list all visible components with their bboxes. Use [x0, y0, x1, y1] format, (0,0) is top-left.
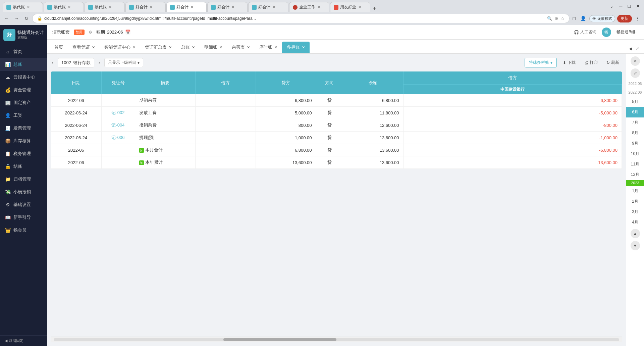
cal-2023-feb[interactable]: 2月	[626, 196, 644, 207]
cell-voucher[interactable]: 记-006	[101, 132, 135, 144]
update-button[interactable]: 更新	[617, 15, 632, 22]
tab-close-8[interactable]: ✕	[317, 5, 320, 9]
calendar-scroll-up-btn[interactable]: ▲	[631, 229, 640, 238]
forward-button[interactable]: →	[13, 15, 21, 22]
nav-tab-vsummary-close[interactable]: ✕	[169, 45, 172, 50]
nav-tab-smart-close[interactable]: ✕	[132, 45, 136, 50]
cal-2023-apr[interactable]: 4月	[626, 217, 644, 228]
sidebar-item-inventory[interactable]: 📦 库存核算	[0, 135, 47, 147]
reload-button[interactable]: ↻	[23, 15, 30, 22]
tab-list-button[interactable]: ⌄	[608, 3, 615, 9]
sidebar-item-payroll[interactable]: 👤 工资	[0, 109, 47, 122]
voucher-link[interactable]: 记-004	[111, 122, 124, 128]
tab-close-9[interactable]: ✕	[358, 5, 361, 9]
minimize-button[interactable]: ─	[618, 3, 624, 9]
nav-tab-voucher-summary[interactable]: 凭证汇总表 ✕	[140, 42, 176, 54]
browser-tab-7[interactable]: 好会计 ✕	[248, 2, 288, 12]
browser-tab-1[interactable]: 易代账 ✕	[3, 2, 43, 12]
cal-2023-mar[interactable]: 3月	[626, 207, 644, 217]
consult-button[interactable]: 🎧 人工咨询	[574, 29, 596, 35]
browser-tab-3[interactable]: 易代账 ✕	[85, 2, 125, 12]
sidebar-item-cloud-report[interactable]: ☁ 云报表中心	[0, 71, 47, 84]
filter-dropdown[interactable]: 只显示下级科目 ▾	[104, 58, 143, 67]
cal-month-jul[interactable]: 7月	[626, 117, 644, 128]
tab-close-6[interactable]: ✕	[231, 5, 234, 9]
browser-tab-9[interactable]: 用友好业 ✕	[330, 2, 370, 12]
maximize-button[interactable]: □	[627, 3, 632, 9]
cell-voucher[interactable]: 记-004	[101, 119, 135, 132]
nav-tab-journal[interactable]: 序时账 ✕	[255, 42, 282, 54]
browser-tab-2[interactable]: 易代账 ✕	[44, 2, 84, 12]
nav-tab-detail-ledger[interactable]: 明细账 ✕	[200, 42, 227, 54]
new-tab-button[interactable]: +	[371, 5, 378, 12]
sidebar-item-archive[interactable]: 📁 归档管理	[0, 173, 47, 186]
voucher-link[interactable]: 记-002	[111, 110, 124, 115]
sidebar-item-tax[interactable]: 📋 税务管理	[0, 147, 47, 160]
account-prev-btn[interactable]: ‹	[51, 60, 54, 65]
nav-tab-balance[interactable]: 余额表 ✕	[227, 42, 255, 54]
cal-month-oct[interactable]: 10月	[626, 149, 644, 159]
nav-tab-dl-close[interactable]: ✕	[219, 45, 222, 50]
account-next-btn[interactable]: ›	[98, 60, 101, 65]
nav-tab-general-ledger[interactable]: 总账 ✕	[176, 42, 200, 54]
nav-tab-mc-close[interactable]: ✕	[302, 45, 305, 50]
sidebar-item-fund[interactable]: 💰 资金管理	[0, 84, 47, 96]
tab-close-4[interactable]: ✕	[150, 5, 153, 9]
address-bar[interactable]: 🔒 cloud2.chanjet.com/accounting/uh26t264…	[32, 14, 570, 23]
download-btn[interactable]: ⬇ 下载	[560, 58, 578, 67]
tab-collapse-left-btn[interactable]: ◀	[627, 44, 634, 53]
tab-close-5[interactable]: ✕	[191, 5, 194, 9]
calendar-scroll-down-btn[interactable]: ▼	[631, 241, 640, 250]
browser-tab-6[interactable]: 好会计 ✕	[207, 2, 248, 12]
back-button[interactable]: ←	[3, 15, 11, 22]
sidebar-item-invoice[interactable]: 🧾 发票管理	[0, 122, 47, 135]
extensions-button[interactable]: □	[572, 15, 577, 22]
stealth-mode-btn[interactable]: 👁 无痕模式	[589, 15, 615, 22]
cal-2023-jan[interactable]: 1月	[626, 186, 644, 196]
browser-tab-4[interactable]: 好会计 ✕	[125, 2, 166, 12]
tab-close-1[interactable]: ✕	[27, 5, 30, 9]
nav-tab-smart-voucher[interactable]: 智能凭证中心 ✕	[100, 42, 140, 54]
nav-tab-voucher-close[interactable]: ✕	[92, 45, 95, 50]
cal-month-may[interactable]: 5月	[626, 97, 644, 107]
cal-year-2023[interactable]: 2023	[626, 180, 644, 186]
sidebar-item-settings[interactable]: ⚙ 基础设置	[0, 198, 47, 211]
calendar-expand-btn[interactable]: ⤢	[631, 68, 640, 78]
browser-tab-8[interactable]: 企业工作 ✕	[289, 2, 329, 12]
tab-close-2[interactable]: ✕	[68, 5, 71, 9]
nav-tab-gl-close[interactable]: ✕	[192, 45, 195, 50]
multi-col-btn[interactable]: 特殊多栏账 ▾	[525, 58, 557, 67]
tab-close-3[interactable]: ✕	[109, 5, 112, 9]
cal-month-nov[interactable]: 11月	[626, 159, 644, 169]
sidebar-item-close-account[interactable]: 🔒 结账	[0, 160, 47, 173]
calendar-close-btn[interactable]: ✕	[631, 56, 640, 66]
cell-voucher[interactable]: 记-002	[101, 107, 135, 119]
sidebar-item-guide[interactable]: 📖 新手引导	[0, 211, 47, 224]
cal-month-aug[interactable]: 8月	[626, 128, 644, 138]
sidebar-item-fixed-assets[interactable]: 🏢 固定资产	[0, 96, 47, 109]
settings-gear-icon[interactable]: ⚙	[89, 30, 92, 35]
horizontal-scrollbar[interactable]	[51, 337, 622, 342]
cal-month-jun[interactable]: 6月	[626, 107, 644, 117]
voucher-link[interactable]: 记-006	[111, 135, 124, 140]
cal-month-dec[interactable]: 12月	[626, 169, 644, 180]
profile-button[interactable]: 👤	[579, 15, 587, 22]
browser-tab-5[interactable]: 好会计 ✕	[166, 2, 207, 12]
cal-month-sep[interactable]: 9月	[626, 138, 644, 149]
nav-tab-voucher[interactable]: 查看凭证 ✕	[68, 42, 100, 54]
sidebar-item-home[interactable]: ⌂ 首页	[0, 45, 47, 58]
sidebar-item-expense[interactable]: 💸 小畅报销	[0, 186, 47, 198]
close-window-button[interactable]: ✕	[635, 3, 641, 9]
sidebar-item-member[interactable]: 👑 畅会员	[0, 224, 47, 237]
sidebar-collapse-btn[interactable]: ◀ 取消固定	[0, 335, 47, 346]
nav-tab-home[interactable]: 首页	[50, 42, 68, 54]
menu-button[interactable]: ⋮	[634, 15, 641, 22]
refresh-btn[interactable]: ↻ 刷新	[604, 58, 622, 67]
calendar-icon[interactable]: 📅	[125, 30, 130, 35]
sidebar-item-ledger[interactable]: 📊 总账	[0, 58, 47, 71]
nav-tab-balance-close[interactable]: ✕	[247, 45, 250, 50]
tab-expand-btn[interactable]: ⤢	[634, 44, 641, 53]
tab-close-7[interactable]: ✕	[272, 5, 275, 9]
nav-tab-journal-close[interactable]: ✕	[274, 45, 277, 50]
nav-tab-multicolumn[interactable]: 多栏账 ✕	[282, 42, 310, 54]
